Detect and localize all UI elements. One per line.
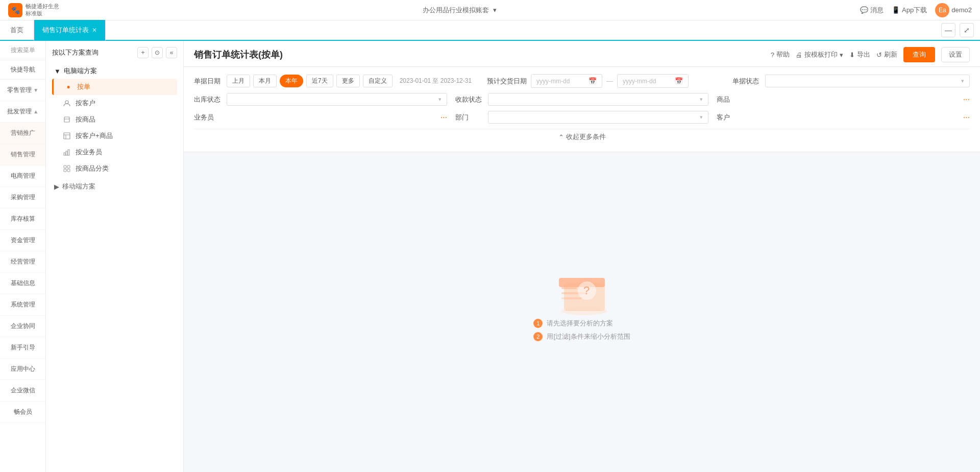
by-customer-product-icon <box>62 131 71 140</box>
help-btn[interactable]: ? 帮助 <box>771 50 790 59</box>
scheme-item-by-customer-product[interactable]: 按客户+商品 <box>52 128 177 144</box>
top-bar-center[interactable]: 办公用品行业模拟账套 ▾ <box>423 6 497 15</box>
top-bar-left: 🐾 畅捷通好生意 标准版 <box>8 3 59 17</box>
setting-btn[interactable]: 设置 <box>941 47 970 62</box>
sidebar-item-inventory[interactable]: 库存核算 <box>0 208 45 230</box>
collapse-icon: « <box>170 49 174 56</box>
svg-rect-2 <box>64 133 70 139</box>
customer-dots-btn[interactable]: ··· <box>963 113 970 122</box>
page-header: 销售订单统计表(按单) ? 帮助 🖨 按模板打印 ▾ ⬇ 导出 <box>184 41 980 67</box>
sidebar-item-wechat[interactable]: 企业微信 <box>0 380 45 402</box>
order-status-select[interactable]: ▾ <box>765 75 970 87</box>
right-panel: 销售订单统计表(按单) ? 帮助 🖨 按模板打印 ▾ ⬇ 导出 <box>184 41 980 472</box>
payment-status-arrow-icon: ▾ <box>700 96 703 103</box>
sidebar-item-basic[interactable]: 基础信息 <box>0 273 45 294</box>
filter-row-2: 出库状态 ▾ 收款状态 ▾ 商品 <box>194 93 970 106</box>
svg-rect-5 <box>68 150 69 155</box>
scheme-group-desktop-title[interactable]: ▼ 电脑端方案 <box>52 63 177 79</box>
expected-date-from[interactable]: yyyy-mm-dd 📅 <box>531 74 602 88</box>
sidebar-item-retail[interactable]: 零售管理 ▼ <box>0 80 45 101</box>
svg-rect-6 <box>64 166 66 168</box>
sidebar-item-app-center[interactable]: 应用中心 <box>0 359 45 380</box>
query-btn[interactable]: 查询 <box>903 47 935 62</box>
scheme-item-by-salesperson[interactable]: 按业务员 <box>52 144 177 160</box>
filter-row-1: 单据日期 上月 本月 本年 近7天 更多 自定义 2023-01-01 至 20… <box>194 74 970 88</box>
date-separator: — <box>606 77 613 85</box>
top-bar-right: 💬 消息 📱 App下载 Ea demo2 <box>860 3 972 17</box>
calendar-to-icon: 📅 <box>675 77 683 85</box>
scheme-panel-title: 按以下方案查询 <box>52 48 99 57</box>
sidebar-item-enterprise[interactable]: 企业协同 <box>0 316 45 337</box>
salesperson-dots-btn[interactable]: ··· <box>440 113 447 122</box>
maximize-btn[interactable]: ⤢ <box>960 23 974 37</box>
scheme-item-by-product-category[interactable]: 按商品分类 <box>52 160 177 177</box>
template-print-btn[interactable]: 🖨 按模板打印 ▾ <box>796 50 843 59</box>
department-arrow-icon: ▾ <box>700 114 703 121</box>
scheme-item-by-customer[interactable]: 按客户 <box>52 95 177 111</box>
sidebar-item-purchase[interactable]: 采购管理 <box>0 187 45 208</box>
department-group: 部门 ▾ <box>455 111 708 124</box>
scheme-item-by-product[interactable]: 按商品 <box>52 111 177 128</box>
sidebar-item-newbie[interactable]: 新手引导 <box>0 337 45 359</box>
custom-date-btn[interactable]: 自定义 <box>363 75 393 87</box>
maximize-icon: ⤢ <box>964 26 970 34</box>
sidebar-item-member[interactable]: 畅会员 <box>0 402 45 423</box>
user-area[interactable]: Ea demo2 <box>935 3 972 17</box>
sidebar-item-ecommerce[interactable]: 电商管理 <box>0 166 45 187</box>
tab-home[interactable]: 首页 <box>0 20 34 40</box>
quick-nav-btn[interactable]: 快捷导航 <box>0 60 45 80</box>
scheme-group-mobile-title[interactable]: ▶ 移动端方案 <box>52 179 177 194</box>
date-filter-group: 单据日期 上月 本月 本年 近7天 更多 自定义 2023-01-01 至 20… <box>194 75 479 87</box>
group-arrow-right-icon: ▶ <box>54 183 59 191</box>
ship-status-select[interactable]: ▾ <box>227 93 447 106</box>
content-area: 按以下方案查询 + ⊙ « ▼ 电脑端方案 <box>46 41 980 472</box>
sidebar-item-wholesale[interactable]: 批发管理 ▲ <box>0 101 45 123</box>
sidebar-item-sales[interactable]: 销售管理 <box>0 144 45 166</box>
add-icon: + <box>141 49 144 56</box>
tab-bar: 首页 销售订单统计表 ✕ — ⤢ <box>0 20 980 41</box>
sidebar-item-operation[interactable]: 经营管理 <box>0 251 45 273</box>
add-scheme-btn[interactable]: + <box>137 47 149 58</box>
minimize-btn[interactable]: — <box>941 23 955 37</box>
this-year-btn[interactable]: 本年 <box>280 75 303 87</box>
sidebar-item-system[interactable]: 系统管理 <box>0 294 45 316</box>
scheme-group-desktop: ▼ 电脑端方案 ● 按单 按客户 <box>52 63 177 177</box>
department-select[interactable]: ▾ <box>488 111 708 124</box>
message-icon: 💬 <box>860 6 868 14</box>
message-btn[interactable]: 💬 消息 <box>860 6 884 15</box>
payment-status-select[interactable]: ▾ <box>488 93 708 106</box>
page-actions: ? 帮助 🖨 按模板打印 ▾ ⬇ 导出 ↺ 刷新 <box>771 47 970 62</box>
last-month-btn[interactable]: 上月 <box>227 75 250 87</box>
collapse-scheme-btn[interactable]: « <box>166 47 177 58</box>
expected-date-to[interactable]: yyyy-mm-dd 📅 <box>617 74 689 88</box>
settings-scheme-btn[interactable]: ⊙ <box>152 47 163 58</box>
expected-date-label: 预计交货日期 <box>487 77 527 86</box>
ship-status-arrow-icon: ▾ <box>438 96 442 103</box>
date-buttons: 上月 本月 本年 近7天 更多 自定义 <box>227 75 393 87</box>
collapse-filter-btn[interactable]: ⌃ 收起更多条件 <box>194 129 970 145</box>
this-month-btn[interactable]: 本月 <box>253 75 277 87</box>
search-menu-btn[interactable]: 搜索菜单 <box>0 41 45 60</box>
by-product-icon <box>62 115 71 124</box>
close-tab-icon[interactable]: ✕ <box>92 27 97 34</box>
app-download-btn[interactable]: 📱 App下载 <box>892 6 927 15</box>
svg-rect-4 <box>66 151 67 155</box>
scheme-panel: 按以下方案查询 + ⊙ « ▼ 电脑端方案 <box>46 41 184 472</box>
chevron-down-icon[interactable]: ▾ <box>493 6 497 14</box>
product-dots-btn[interactable]: ··· <box>963 95 970 104</box>
refresh-btn[interactable]: ↺ 刷新 <box>876 50 897 59</box>
sidebar-item-finance[interactable]: 资金管理 <box>0 230 45 251</box>
tab-sales-order-stat[interactable]: 销售订单统计表 ✕ <box>34 20 106 40</box>
export-btn[interactable]: ⬇ 导出 <box>849 50 870 59</box>
sidebar-item-marketing[interactable]: 营销推广 <box>0 123 45 144</box>
app-download-icon: 📱 <box>892 6 900 14</box>
minimize-icon: — <box>945 26 952 34</box>
by-customer-icon <box>62 99 71 108</box>
last-7-days-btn[interactable]: 近7天 <box>306 75 333 87</box>
company-name: 办公用品行业模拟账套 <box>423 6 489 15</box>
more-date-btn[interactable]: 更多 <box>336 75 360 87</box>
product-group: 商品 ··· <box>717 95 970 104</box>
by-salesperson-icon <box>62 148 71 157</box>
scheme-item-by-order[interactable]: ● 按单 <box>52 79 177 95</box>
wholesale-arrow-icon: ▲ <box>33 109 38 114</box>
